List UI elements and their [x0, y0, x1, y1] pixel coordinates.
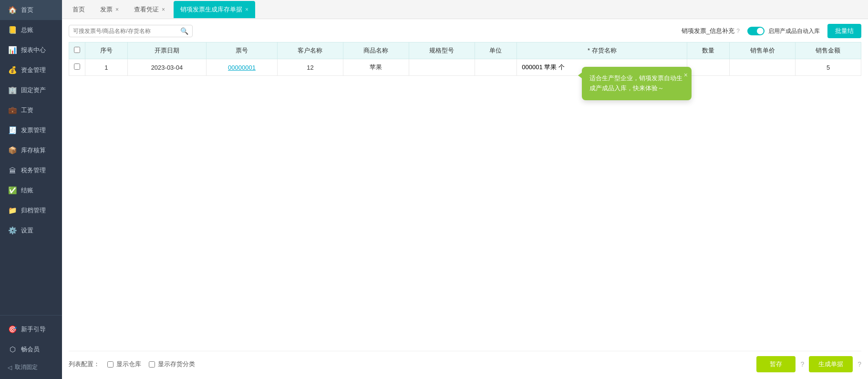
sidebar-item-guide[interactable]: 🎯 新手引导	[0, 319, 62, 339]
sidebar-item-label: 结账	[21, 186, 33, 195]
sidebar-item-member[interactable]: ⬡ 畅会员	[0, 339, 62, 359]
show-category-wrap[interactable]: 显示存货分类	[149, 360, 195, 368]
row-qty	[687, 59, 730, 76]
tooltip-close-button[interactable]: ×	[684, 70, 688, 80]
sidebar-item-tax[interactable]: 🏛 税务管理	[0, 160, 62, 180]
home-icon: 🏠	[8, 6, 17, 14]
toolbar-row: 🔍 销项发票_信息补充 ? 启用产成品自动入库 批量结	[69, 24, 861, 38]
sidebar-item-settings[interactable]: ⚙️ 设置	[0, 221, 62, 241]
tab-bar: 首页 发票 × 查看凭证 × 销项发票生成库存单据 ×	[62, 0, 868, 19]
auto-warehouse-toggle[interactable]	[747, 27, 765, 35]
sidebar-item-label: 资金管理	[21, 66, 46, 74]
toggle-wrap: 启用产成品自动入库	[747, 27, 820, 35]
finance-icon: 💰	[8, 66, 17, 74]
search-icon[interactable]: 🔍	[180, 27, 188, 35]
tab-store-close[interactable]: ×	[245, 6, 248, 13]
sidebar-item-home[interactable]: 🏠 首页	[0, 0, 62, 20]
config-label: 列表配置：	[69, 360, 100, 368]
sidebar-item-label: 报表中心	[21, 46, 46, 54]
main-area: 首页 发票 × 查看凭证 × 销项发票生成库存单据 × 🔍 销项发票_信息补充 …	[62, 0, 868, 379]
sidebar-item-inventory[interactable]: 📦 库存核算	[0, 140, 62, 160]
show-warehouse-wrap[interactable]: 显示仓库	[107, 360, 141, 368]
tooltip-text: 适合生产型企业，销项发票自动生成产成品入库，快来体验～	[589, 74, 682, 92]
tax-icon: 🏛	[8, 167, 17, 175]
sidebar-item-label: 税务管理	[21, 166, 46, 175]
generate-help-icon[interactable]: ?	[858, 360, 861, 368]
sidebar-item-label: 畅会员	[21, 345, 40, 354]
table-wrap: 序号 开票日期 票号 客户名称 商品名称 规格型号 单位 * 存货名称 数量 销…	[69, 42, 861, 351]
sidebar-item-asset[interactable]: 🏢 固定资产	[0, 80, 62, 100]
table-row: 1 2023-03-04 00000001 12 苹果 5	[69, 59, 861, 76]
row-price	[730, 59, 796, 76]
tab-home[interactable]: 首页	[66, 1, 92, 18]
ledger-icon: 📒	[8, 26, 17, 34]
tab-invoice-close[interactable]: ×	[115, 6, 119, 13]
sidebar-item-finance[interactable]: 💰 资金管理	[0, 60, 62, 80]
search-input[interactable]	[73, 28, 177, 34]
sidebar-item-report[interactable]: 📊 报表中心	[0, 40, 62, 60]
asset-icon: 🏢	[8, 86, 17, 95]
show-warehouse-checkbox[interactable]	[107, 361, 114, 368]
table-header-row: 序号 开票日期 票号 客户名称 商品名称 规格型号 单位 * 存货名称 数量 销…	[69, 42, 861, 59]
sidebar-item-invoice[interactable]: 🧾 发票管理	[0, 120, 62, 140]
tab-store[interactable]: 销项发票生成库存单据 ×	[174, 1, 255, 18]
row-unit	[475, 59, 517, 76]
labor-icon: 💼	[8, 106, 17, 115]
row-checkbox[interactable]	[74, 63, 80, 70]
tab-invoice[interactable]: 发票 ×	[93, 1, 125, 18]
header-unit: 单位	[475, 42, 517, 59]
header-checkbox-cell	[69, 42, 85, 59]
header-ticket: 票号	[207, 42, 278, 59]
generate-button[interactable]: 生成单据	[809, 356, 853, 372]
toolbar-right: 销项发票_信息补充 ? 启用产成品自动入库 批量结	[682, 24, 861, 38]
info-help-icon[interactable]: ?	[736, 28, 740, 34]
show-warehouse-label: 显示仓库	[116, 360, 141, 368]
show-category-label: 显示存货分类	[158, 360, 195, 368]
sidebar-item-label: 发票管理	[21, 126, 46, 135]
sidebar: 🏠 首页 📒 总账 📊 报表中心 💰 资金管理 🏢 固定资产 💼 工资 🧾 发票…	[0, 0, 62, 379]
sidebar-item-archive[interactable]: 📁 归档管理	[0, 200, 62, 221]
header-customer: 客户名称	[277, 42, 343, 59]
header-product: 商品名称	[343, 42, 409, 59]
invoice-icon: 🧾	[8, 126, 17, 135]
search-box[interactable]: 🔍	[69, 25, 193, 37]
sidebar-item-label: 工资	[21, 106, 33, 115]
report-icon: 📊	[8, 46, 17, 54]
tab-voucher-label: 查看凭证	[134, 5, 159, 14]
row-seq: 1	[85, 59, 128, 76]
row-ticket[interactable]: 00000001	[207, 59, 278, 76]
footer-left: 列表配置： 显示仓库 显示存货分类	[69, 360, 195, 368]
content-area: 🔍 销项发票_信息补充 ? 启用产成品自动入库 批量结	[62, 19, 868, 379]
tab-store-label: 销项发票生成库存单据	[180, 5, 242, 14]
batch-button[interactable]: 批量结	[827, 24, 861, 38]
info-label: 销项发票_信息补充 ?	[682, 27, 740, 35]
row-amount: 5	[795, 59, 861, 76]
tab-voucher[interactable]: 查看凭证 ×	[127, 1, 172, 18]
data-table: 序号 开票日期 票号 客户名称 商品名称 规格型号 单位 * 存货名称 数量 销…	[69, 42, 861, 76]
tab-invoice-label: 发票	[100, 5, 113, 14]
sidebar-item-label: 新手引导	[21, 325, 46, 334]
row-customer: 12	[277, 59, 343, 76]
sidebar-item-label: 总账	[21, 26, 33, 34]
header-seq: 序号	[85, 42, 128, 59]
info-label-text: 销项发票_信息补充	[682, 27, 734, 35]
member-icon: ⬡	[8, 345, 17, 354]
sidebar-item-settlement[interactable]: ✅ 结账	[0, 180, 62, 200]
footer-actions: 暂存 ? 生成单据 ?	[756, 356, 861, 372]
show-category-checkbox[interactable]	[149, 361, 155, 368]
select-all-checkbox[interactable]	[74, 47, 80, 53]
sidebar-bottom: 🎯 新手引导 ⬡ 畅会员 ◁ 取消固定	[0, 315, 62, 379]
settings-icon: ⚙️	[8, 226, 17, 235]
footer-row: 列表配置： 显示仓库 显示存货分类 暂存 ? 生成单据 ?	[69, 351, 861, 374]
pin-toggle[interactable]: ◁ 取消固定	[0, 359, 62, 375]
header-price: 销售单价	[730, 42, 796, 59]
save-button[interactable]: 暂存	[756, 356, 796, 372]
header-amount: 销售金额	[795, 42, 861, 59]
guide-icon: 🎯	[8, 325, 17, 334]
archive-icon: 📁	[8, 206, 17, 215]
settlement-icon: ✅	[8, 186, 17, 195]
sidebar-item-labor[interactable]: 💼 工资	[0, 100, 62, 120]
save-help-icon[interactable]: ?	[800, 360, 804, 368]
sidebar-item-ledger[interactable]: 📒 总账	[0, 20, 62, 40]
tab-voucher-close[interactable]: ×	[162, 6, 165, 13]
